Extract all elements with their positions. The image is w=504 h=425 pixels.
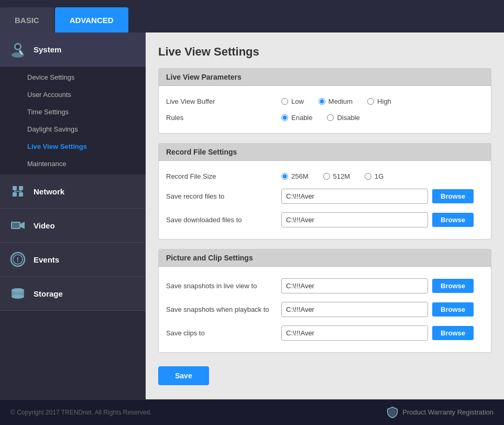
section-body-picture-clip: Save snapshots in live view to Browse Sa… [159, 267, 491, 352]
radio-medium-label: Medium [328, 97, 353, 105]
content-area: Live View Settings Live View Parameters … [146, 32, 504, 399]
label-live-view-buffer: Live View Buffer [166, 97, 281, 105]
sidebar: System Device Settings User Accounts Tim… [0, 32, 146, 399]
sidebar-item-live-view-settings[interactable]: Live View Settings [0, 138, 146, 155]
row-rules: Rules Enable Disable [166, 110, 484, 126]
sidebar-section-network[interactable]: Network [0, 175, 146, 209]
radio-group-file-size: 256M 512M 1G [281, 172, 384, 180]
browse-record-button[interactable]: Browse [432, 189, 474, 203]
sidebar-item-time-settings[interactable]: Time Settings [0, 103, 146, 121]
sidebar-section-video[interactable]: Video [0, 209, 146, 243]
tab-advanced[interactable]: ADVANCED [55, 7, 128, 32]
input-record-path[interactable] [281, 189, 428, 204]
row-save-snapshots-live: Save snapshots in live view to Browse [166, 274, 484, 298]
radio-disable-label: Disable [337, 114, 359, 122]
input-browse-snapshots-live: Browse [281, 278, 474, 293]
svg-rect-5 [19, 186, 23, 190]
svg-rect-13 [12, 223, 19, 228]
radio-option-disable[interactable]: Disable [327, 114, 359, 122]
input-snapshots-playback-path[interactable] [281, 302, 428, 317]
browse-clips-button[interactable]: Browse [432, 326, 474, 340]
row-save-clips: Save clips to Browse [166, 321, 484, 345]
radio-enable[interactable] [281, 114, 288, 121]
radio-high[interactable] [367, 98, 374, 105]
tab-basic[interactable]: BASIC [0, 7, 54, 32]
system-icon [8, 40, 27, 59]
sidebar-section-storage[interactable]: Storage [0, 277, 146, 311]
radio-option-1g[interactable]: 1G [365, 172, 384, 180]
radio-option-medium[interactable]: Medium [319, 97, 353, 105]
browse-downloaded-button[interactable]: Browse [432, 213, 474, 227]
radio-disable[interactable] [327, 114, 334, 121]
radio-high-label: High [377, 97, 391, 105]
sidebar-section-network-label: Network [34, 187, 64, 196]
input-browse-clips: Browse [281, 325, 474, 341]
footer-copyright: © Copyright 2017 TRENDnet. All Rights Re… [10, 409, 151, 416]
radio-group-rules: Enable Disable [281, 114, 360, 122]
sidebar-item-maintenance[interactable]: Maintenance [0, 155, 146, 172]
main-layout: System Device Settings User Accounts Tim… [0, 32, 504, 399]
sidebar-section-system-label: System [34, 45, 61, 54]
radio-512m[interactable] [323, 173, 330, 180]
section-header-picture-clip: Picture and Clip Settings [159, 249, 491, 267]
sidebar-item-device-settings[interactable]: Device Settings [0, 69, 146, 86]
svg-rect-7 [19, 192, 23, 197]
label-save-downloaded-files: Save downloaded files to [166, 216, 281, 224]
input-clips-path[interactable] [281, 325, 428, 341]
header-tabs: BASIC ADVANCED [0, 0, 504, 32]
radio-group-buffer: Low Medium High [281, 97, 391, 105]
label-save-snapshots-playback: Save snapshots when playback to [166, 306, 281, 313]
svg-rect-4 [13, 186, 17, 190]
section-picture-clip-settings: Picture and Clip Settings Save snapshots… [158, 249, 491, 353]
section-header-live-view-parameters: Live View Parameters [159, 69, 491, 86]
row-save-downloaded-files: Save downloaded files to Browse [166, 208, 484, 232]
sidebar-item-user-accounts[interactable]: User Accounts [0, 86, 146, 103]
radio-512m-label: 512M [333, 172, 350, 180]
sidebar-section-system[interactable]: System [0, 32, 146, 67]
storage-icon [8, 284, 27, 303]
svg-rect-6 [13, 192, 17, 197]
radio-option-high[interactable]: High [367, 97, 391, 105]
sidebar-section-storage-label: Storage [34, 289, 63, 298]
radio-option-512m[interactable]: 512M [323, 172, 350, 180]
input-browse-snapshots-playback: Browse [281, 302, 474, 317]
radio-option-low[interactable]: Low [281, 97, 304, 105]
footer: © Copyright 2017 TRENDnet. All Rights Re… [0, 399, 504, 424]
input-browse-record: Browse [281, 189, 474, 204]
row-live-view-buffer: Live View Buffer Low Medium High [166, 93, 484, 110]
page-title: Live View Settings [158, 45, 491, 59]
svg-marker-12 [20, 222, 25, 229]
label-save-clips: Save clips to [166, 329, 281, 337]
row-save-record-files: Save record files to Browse [166, 184, 484, 208]
radio-low-label: Low [291, 97, 304, 105]
network-icon [8, 182, 27, 201]
system-subitems: Device Settings User Accounts Time Setti… [0, 67, 146, 175]
svg-point-2 [16, 45, 20, 49]
radio-256m[interactable] [281, 173, 288, 180]
section-record-file-settings: Record File Settings Record File Size 25… [158, 143, 491, 239]
browse-snapshots-playback-button[interactable]: Browse [432, 302, 474, 317]
footer-warranty-label: Product Warranty Registration [402, 408, 494, 416]
events-icon: ! [8, 250, 27, 269]
browse-snapshots-live-button[interactable]: Browse [432, 279, 474, 293]
input-downloaded-path[interactable] [281, 212, 428, 227]
radio-medium[interactable] [319, 98, 325, 105]
sidebar-item-daylight-savings[interactable]: Daylight Savings [0, 121, 146, 138]
save-button[interactable]: Save [158, 366, 209, 385]
radio-1g[interactable] [365, 173, 371, 180]
section-header-record-file-settings: Record File Settings [159, 144, 491, 161]
label-save-snapshots-live: Save snapshots in live view to [166, 282, 281, 290]
sidebar-section-events-label: Events [34, 255, 59, 264]
radio-option-enable[interactable]: Enable [281, 114, 312, 122]
radio-option-256m[interactable]: 256M [281, 172, 309, 180]
sidebar-section-video-label: Video [34, 221, 55, 230]
radio-1g-label: 1G [375, 172, 384, 180]
svg-text:!: ! [17, 256, 19, 264]
radio-low[interactable] [281, 98, 288, 105]
section-live-view-parameters: Live View Parameters Live View Buffer Lo… [158, 68, 491, 134]
footer-warranty[interactable]: Product Warranty Registration [387, 407, 494, 418]
label-record-file-size: Record File Size [166, 172, 281, 180]
input-snapshots-live-path[interactable] [281, 278, 428, 293]
radio-256m-label: 256M [291, 172, 309, 180]
sidebar-section-events[interactable]: ! Events [0, 243, 146, 277]
